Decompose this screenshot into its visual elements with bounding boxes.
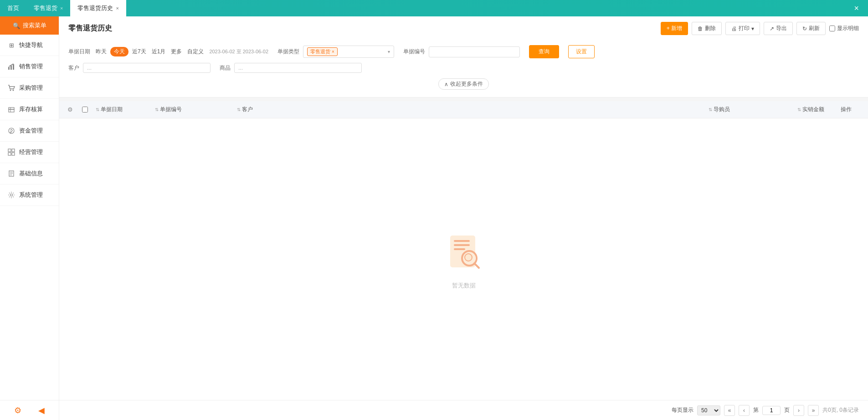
refresh-button[interactable]: ↻ 刷新 — [796, 22, 826, 35]
number-filter-input[interactable] — [429, 46, 520, 57]
th-sort-icon: ⇅ — [709, 107, 712, 112]
query-button[interactable]: 查询 — [529, 45, 559, 58]
delete-icon: 🗑 — [698, 26, 703, 32]
settings-filter-button[interactable]: 设置 — [568, 45, 595, 58]
sidebar-item-finance[interactable]: 资金管理 — [0, 120, 59, 142]
th-number[interactable]: ⇅ 单据编号 — [151, 106, 233, 113]
filter-row-2: 客户 ... 商品 ... — [68, 63, 859, 73]
goods-filter-select[interactable]: ... — [234, 63, 362, 73]
sidebar-item-system-mgmt[interactable]: 系统管理 — [0, 184, 59, 206]
sidebar-item-purchase-mgmt[interactable]: 采购管理 — [0, 77, 59, 99]
date-opt-today[interactable]: 今天 — [110, 47, 128, 56]
sidebar-item-label: 资金管理 — [19, 127, 43, 135]
window-close-button[interactable]: × — [850, 2, 863, 15]
prev-page-button[interactable]: ‹ — [739, 405, 750, 416]
add-button[interactable]: + 新增 — [661, 22, 688, 35]
customer-filter-label: 客户 — [68, 64, 79, 72]
svg-point-4 — [13, 90, 14, 91]
column-settings-icon[interactable]: ⚙ — [63, 106, 77, 113]
date-opt-1month[interactable]: 近1月 — [150, 47, 168, 56]
tab-retail-return-history[interactable]: 零售退货历史 × — [70, 0, 126, 16]
th-customer[interactable]: ⇅ 客户 — [233, 106, 705, 113]
page-number-input[interactable] — [762, 406, 781, 415]
sidebar-item-inventory[interactable]: 库存核算 — [0, 99, 59, 120]
th-sort-icon: ⇅ — [237, 107, 241, 112]
collapse-button[interactable]: ∧ 收起更多条件 — [438, 78, 489, 90]
svg-rect-20 — [454, 244, 470, 246]
last-page-button[interactable]: » — [808, 405, 819, 416]
main-layout: 🔍 搜索菜单 ⊞ 快捷导航 销售管理 — [0, 16, 868, 420]
svg-rect-6 — [9, 108, 14, 109]
svg-point-3 — [10, 90, 11, 91]
sidebar-item-label: 系统管理 — [19, 191, 43, 199]
tab-retail-return-close[interactable]: × — [60, 5, 63, 11]
date-opt-yesterday[interactable]: 昨天 — [94, 47, 108, 56]
page-title: 零售退货历史 — [68, 24, 112, 33]
tab-retail-return[interactable]: 零售退货 × — [26, 0, 70, 16]
page-unit: 页 — [784, 406, 790, 414]
svg-rect-0 — [8, 67, 10, 70]
page-size-label: 每页显示 — [672, 406, 693, 414]
collapse-icon[interactable]: ◀ — [38, 405, 45, 415]
sidebar-item-basic-info[interactable]: 基础信息 — [0, 163, 59, 184]
show-detail-checkbox-label[interactable]: 显示明细 — [829, 25, 859, 32]
select-all-input[interactable] — [82, 107, 88, 113]
delete-button[interactable]: 🗑 删除 — [692, 22, 722, 35]
show-detail-checkbox[interactable] — [829, 26, 835, 31]
th-amount[interactable]: ⇅ 实销金额 — [773, 106, 828, 113]
sidebar-item-sales-mgmt[interactable]: 销售管理 — [0, 56, 59, 77]
sidebar-item-quick-nav[interactable]: ⊞ 快捷导航 — [0, 35, 59, 56]
sidebar-bottom: ⚙ ◀ — [0, 400, 59, 420]
settings-icon[interactable]: ⚙ — [14, 405, 21, 415]
print-button[interactable]: 🖨 打印 ▾ — [725, 22, 760, 35]
th-date[interactable]: ⇅ 单据日期 — [92, 106, 151, 113]
page-size-select[interactable]: 20 50 100 — [697, 405, 720, 415]
sidebar-search[interactable]: 🔍 搜索菜单 — [0, 16, 59, 35]
svg-rect-19 — [454, 240, 470, 242]
svg-rect-12 — [12, 153, 15, 155]
collapse-up-icon: ∧ — [444, 81, 448, 87]
tab-list: 首页 零售退货 × 零售退货历史 × — [0, 0, 850, 16]
sidebar-item-label: 经营管理 — [19, 148, 43, 156]
type-select-arrow-icon: ▾ — [388, 49, 390, 54]
basic-info-icon — [7, 169, 15, 178]
next-page-button[interactable]: › — [793, 405, 804, 416]
svg-rect-5 — [9, 109, 14, 112]
export-button[interactable]: ↗ 导出 — [764, 22, 793, 35]
type-filter-select[interactable]: 零售退货 × ▾ — [303, 46, 394, 58]
first-page-button[interactable]: « — [724, 405, 735, 416]
empty-state-icon — [441, 229, 487, 274]
customer-filter-select[interactable]: ... — [83, 63, 211, 73]
sidebar-search-label: 搜索菜单 — [23, 21, 46, 30]
empty-state: 暂无数据 — [59, 118, 868, 400]
main-content: 零售退货历史 + 新增 🗑 删除 🖨 打印 ▾ ↗ 导出 — [59, 16, 868, 420]
sidebar-item-label: 销售管理 — [19, 62, 43, 71]
date-options: 昨天 今天 近7天 近1月 更多 自定义 — [94, 47, 205, 56]
tab-retail-return-history-close[interactable]: × — [116, 5, 118, 11]
date-opt-custom[interactable]: 自定义 — [185, 47, 205, 56]
refresh-icon: ↻ — [802, 26, 807, 32]
date-filter-label: 单据日期 — [68, 48, 90, 56]
select-all-checkbox[interactable] — [77, 107, 92, 113]
sidebar-nav: ⊞ 快捷导航 销售管理 — [0, 35, 59, 400]
sidebar-item-label: 库存核算 — [19, 105, 43, 113]
inventory-icon — [7, 105, 15, 113]
date-range-value: 2023-06-02 至 2023-06-02 — [209, 48, 268, 55]
sidebar-item-label: 基础信息 — [19, 169, 43, 178]
th-guide[interactable]: ⇅ 导购员 — [705, 106, 773, 113]
svg-rect-10 — [12, 149, 15, 152]
customer-dots: ... — [87, 65, 92, 71]
th-action: 操作 — [828, 106, 864, 113]
date-filter-group: 单据日期 昨天 今天 近7天 近1月 更多 自定义 2023-06-02 至 2… — [68, 47, 268, 56]
type-tag-close[interactable]: × — [332, 49, 334, 54]
date-opt-more[interactable]: 更多 — [169, 47, 184, 56]
filter-row-1: 单据日期 昨天 今天 近7天 近1月 更多 自定义 2023-06-02 至 2… — [68, 45, 859, 58]
th-sort-icon: ⇅ — [96, 107, 99, 112]
sidebar: 🔍 搜索菜单 ⊞ 快捷导航 销售管理 — [0, 16, 59, 420]
tab-home[interactable]: 首页 — [0, 0, 26, 16]
page-header: 零售退货历史 + 新增 🗑 删除 🖨 打印 ▾ ↗ 导出 — [59, 16, 868, 97]
sidebar-item-operations[interactable]: 经营管理 — [0, 142, 59, 163]
number-filter-label: 单据编号 — [403, 48, 425, 56]
th-sort-icon: ⇅ — [155, 107, 159, 112]
date-opt-7days[interactable]: 近7天 — [130, 47, 148, 56]
